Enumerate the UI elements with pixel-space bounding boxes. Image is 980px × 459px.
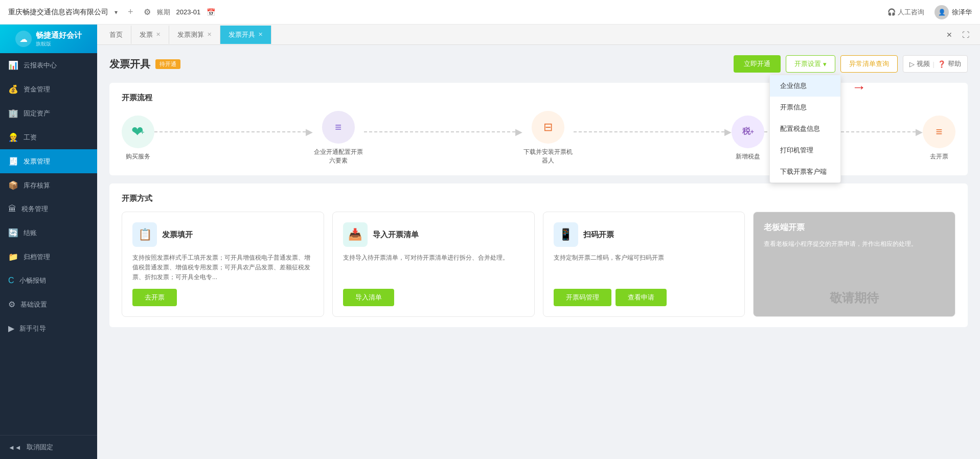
top-bar: 重庆畅捷交通信息咨询有限公司 ▾ + ⚙ 账期 2023-01 📅 🎧 人工咨询…: [0, 0, 980, 25]
sidebar-item-label: 结账: [24, 228, 37, 238]
tab-close-all-btn[interactable]: ✕: [943, 29, 955, 41]
tab-estimate-close[interactable]: ✕: [207, 31, 212, 38]
sidebar-item-fixed-assets[interactable]: 🏢 固定资产: [0, 101, 97, 125]
logo-icon: ☁: [15, 31, 32, 47]
guide-icon: ▶: [8, 324, 14, 333]
settings-dropdown-icon: ▾: [823, 60, 827, 68]
method-card-import: 📥 导入开票清单 支持导入待开票清单，可对待开票清单进行拆分、合并处理。 导入清…: [332, 212, 535, 317]
company-dropdown-btn[interactable]: ▾: [115, 9, 118, 16]
fund-icon: 💰: [8, 84, 18, 94]
boss-title: 老板端开票: [764, 222, 805, 233]
buy-label: 购买服务: [126, 152, 150, 161]
view-apply-btn[interactable]: 查看申请: [616, 289, 667, 306]
invoice-methods: 📋 发票填开 支持按照发票样式手工填开发票；可开具增值税电子普通发票、增值税普通…: [122, 212, 955, 317]
logo-sub: 旗舰版: [36, 40, 82, 48]
add-company-btn[interactable]: +: [124, 7, 138, 17]
tab-invoice-estimate[interactable]: 发票测算 ✕: [169, 26, 220, 44]
global-settings-btn[interactable]: ⚙: [144, 7, 151, 17]
workflow-step-go-invoice: ≡ 去开票: [923, 116, 955, 161]
sidebar-item-salary[interactable]: 👷 工资: [0, 125, 97, 149]
sidebar-collapse-btn[interactable]: ◄◄ 取消固定: [0, 435, 97, 459]
menu-item-printer[interactable]: 打印机管理: [770, 140, 840, 161]
invoice-icon: 🧾: [8, 156, 18, 166]
import-icon: 📥: [343, 222, 368, 247]
fill-go-btn[interactable]: 去开票: [132, 289, 177, 306]
help-label: 帮助: [948, 59, 961, 68]
report-sales-icon: C: [8, 276, 14, 285]
tab-open-close[interactable]: ✕: [258, 31, 263, 38]
help-icon: ❓: [938, 60, 946, 68]
tab-home[interactable]: 首页: [101, 26, 131, 44]
boss-overlay: 敬请期待: [754, 290, 955, 306]
sidebar-item-tax[interactable]: 🏛 税务管理: [0, 197, 97, 221]
invoice-info-label: 开票信息: [780, 103, 807, 111]
settings-dropdown-menu: 企业信息 开票信息 配置税盘信息 打印机管理: [769, 75, 841, 183]
header-actions: 立即开通 开票设置 ▾ 企业信息: [734, 55, 968, 73]
buy-icon: ❤ +: [122, 116, 154, 148]
menu-item-invoice-info[interactable]: 开票信息: [770, 97, 840, 118]
top-bar-left: 重庆畅捷交通信息咨询有限公司 ▾ + ⚙ 账期 2023-01 📅: [8, 7, 887, 17]
page-title-row: 发票开具 待开通: [109, 57, 180, 71]
abnormal-list-btn[interactable]: 异常清单查询: [840, 55, 898, 73]
method-scan-header: 📱 扫码开票: [554, 222, 735, 247]
play-icon: ▷: [909, 60, 915, 68]
import-list-btn[interactable]: 导入清单: [343, 289, 394, 306]
workflow-step-config: ≡ 企业开通配置开票六要素: [313, 111, 364, 165]
tab-invoice-close[interactable]: ✕: [156, 31, 161, 38]
sidebar-item-invoice[interactable]: 🧾 发票管理: [0, 149, 97, 173]
user-info[interactable]: 👤 徐泽华: [935, 5, 972, 19]
tax-label: 新增税盘: [736, 152, 760, 161]
method-boss-header: 老板端开票: [764, 222, 945, 233]
activate-btn[interactable]: 立即开通: [734, 55, 781, 73]
sidebar-item-cloud-report[interactable]: 📊 云报表中心: [0, 53, 97, 77]
invoice-methods-section: 开票方式 📋 发票填开 支持按照发票样式手工填开发票；可开具增值税电子普通发票、…: [109, 183, 968, 327]
download-label: 下载并安装开票机器人: [522, 148, 574, 165]
sidebar-item-inventory[interactable]: 📦 库存核算: [0, 173, 97, 197]
top-bar-right: 🎧 人工咨询 👤 徐泽华: [887, 5, 972, 19]
qr-manage-btn[interactable]: 开票码管理: [554, 289, 611, 306]
sidebar-item-guide[interactable]: ▶ 新手引导: [0, 316, 97, 340]
divider: |: [933, 60, 935, 68]
sidebar-item-label: 固定资产: [24, 109, 50, 118]
import-title: 导入开票清单: [373, 230, 419, 240]
menu-item-company-info[interactable]: 企业信息: [770, 75, 840, 97]
menu-item-download-client[interactable]: 下载开票客户端: [770, 161, 840, 182]
tab-maximize-btn[interactable]: ⛶: [960, 29, 972, 41]
tab-invoice-open[interactable]: 发票开具 ✕: [220, 26, 271, 44]
workflow-step-tax: 税+ 新增税盘: [732, 116, 764, 161]
menu-item-tax-config[interactable]: 配置税盘信息: [770, 118, 840, 140]
boss-overlay-text: 敬请期待: [830, 291, 879, 305]
tab-invoice[interactable]: 发票 ✕: [131, 26, 169, 44]
sidebar-item-label: 新手引导: [19, 324, 46, 333]
period-label: 账期: [157, 8, 170, 17]
video-help-btn[interactable]: ▷ 视频 | ❓ 帮助: [903, 55, 968, 73]
inventory-icon: 📦: [8, 180, 18, 190]
support-btn[interactable]: 🎧 人工咨询: [887, 8, 924, 17]
sidebar-scroll: 📊 云报表中心 💰 资金管理 🏢 固定资产 👷 工资 🧾 发票管理: [0, 53, 97, 435]
page-title: 发票开具: [109, 57, 150, 71]
sidebar-item-label: 云报表中心: [24, 61, 57, 70]
settings-icon: ⚙: [8, 300, 15, 309]
config-label: 企业开通配置开票六要素: [313, 148, 364, 165]
download-client-label: 下载开票客户端: [780, 168, 827, 175]
status-badge: 待开通: [155, 59, 180, 69]
headset-icon: 🎧: [887, 8, 896, 16]
sidebar-item-report-sales[interactable]: C 小畅报销: [0, 269, 97, 292]
calendar-icon[interactable]: 📅: [207, 8, 215, 16]
content-area: 首页 发票 ✕ 发票测算 ✕ 发票开具 ✕ ✕ ⛶: [97, 25, 980, 459]
sidebar-item-archive[interactable]: 📁 归档管理: [0, 245, 97, 269]
sidebar-item-settings[interactable]: ⚙ 基础设置: [0, 292, 97, 316]
sidebar-item-fund[interactable]: 💰 资金管理: [0, 77, 97, 101]
page-content: 发票开具 待开通 立即开通 开票设置 ▾: [97, 45, 980, 459]
sidebar-item-label: 小畅报销: [19, 276, 46, 285]
settings-btn[interactable]: 开票设置 ▾: [786, 55, 835, 73]
printer-label: 打印机管理: [780, 146, 813, 154]
sidebar-item-label: 资金管理: [24, 85, 50, 94]
settings-btn-label: 开票设置: [794, 59, 821, 68]
tax-config-label: 配置税盘信息: [780, 125, 820, 132]
scan-title: 扫码开票: [583, 230, 614, 240]
sidebar-item-checkout[interactable]: 🔄 结账: [0, 221, 97, 245]
sidebar-item-label: 归档管理: [24, 253, 50, 262]
avatar: 👤: [935, 5, 949, 19]
sidebar-item-label: 库存核算: [24, 181, 50, 190]
